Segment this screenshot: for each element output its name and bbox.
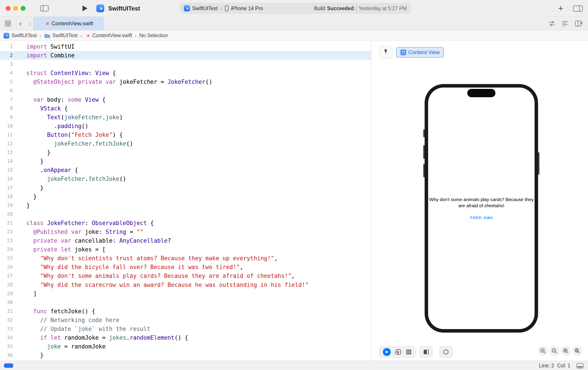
- debug-area-toggle-icon[interactable]: [576, 362, 585, 369]
- tab-contentview-swift[interactable]: ContentView.swift: [33, 17, 103, 30]
- code-line-20[interactable]: 20: [0, 210, 371, 219]
- xcode-window: SwiftUITest SwiftUITest › iPhone 14 Pro …: [0, 0, 588, 370]
- code-line-35[interactable]: 35 joke = randomJoke: [0, 342, 371, 351]
- variants-grid-icon[interactable]: [406, 349, 412, 355]
- breadcrumb-selection[interactable]: No Selection: [139, 32, 168, 39]
- code-line-25[interactable]: 25 "Why don't scientists trust atoms? Be…: [0, 254, 371, 263]
- fetch-joke-button[interactable]: Fetch Joke: [470, 215, 493, 220]
- code-review-icon[interactable]: [548, 20, 556, 27]
- chevron-right-icon: ›: [134, 33, 137, 39]
- build-status-separator: |: [356, 6, 357, 11]
- preview-canvas: Content View Why don't some animals play…: [371, 41, 588, 361]
- code-text: "Why don't scientists trust atoms? Becau…: [26, 254, 278, 263]
- dynamic-island: [467, 89, 495, 97]
- live-preview-play-icon[interactable]: [383, 348, 391, 356]
- scheme-selector[interactable]: SwiftUITest › iPhone 14 Pro Build Succee…: [180, 3, 411, 14]
- code-line-30[interactable]: 30: [0, 298, 371, 307]
- code-line-17[interactable]: 17 }: [0, 183, 371, 192]
- power-button: [538, 152, 539, 175]
- library-add-button[interactable]: +: [556, 3, 565, 13]
- close-window-button[interactable]: [6, 6, 10, 11]
- code-line-27[interactable]: 27 "Why don't some animals play cards? B…: [0, 271, 371, 280]
- code-text: "Why did the bicycle fall over? Because …: [26, 263, 243, 271]
- volume-up-button: [423, 145, 425, 159]
- code-line-16[interactable]: 16 jokeFetcher.fetchJoke(): [0, 174, 371, 183]
- breadcrumb-file[interactable]: ContentView.swift: [92, 32, 132, 39]
- line-number: 11: [0, 130, 13, 139]
- code-line-7[interactable]: 7 var body: some View {: [0, 95, 371, 104]
- preview-tab-content-view[interactable]: Content View: [396, 47, 444, 58]
- code-line-6[interactable]: 6: [0, 86, 371, 95]
- code-line-32[interactable]: 32 // Networking code here: [0, 316, 371, 325]
- selectable-mode-icon[interactable]: [395, 349, 401, 355]
- code-line-9[interactable]: 9 Text(jokeFetcher.joke): [0, 113, 371, 122]
- code-text: func fetchJoke() {: [26, 307, 95, 316]
- code-editor[interactable]: 1import SwiftUI2import Combine34struct C…: [0, 41, 371, 361]
- code-line-23[interactable]: 23 private var cancellable: AnyCancellab…: [0, 236, 371, 245]
- code-line-31[interactable]: 31 func fetchJoke() {: [0, 307, 371, 316]
- code-line-2[interactable]: 2import Combine: [0, 51, 371, 60]
- code-line-19[interactable]: 19}: [0, 201, 371, 210]
- color-scheme-button[interactable]: [439, 346, 453, 358]
- swift-file-icon: [44, 21, 50, 26]
- build-status[interactable]: Build Succeeded | Yesterday at 5:27 PM: [314, 6, 407, 11]
- code-text: }: [26, 157, 43, 166]
- preview-tab-label: Content View: [408, 49, 440, 55]
- code-line-11[interactable]: 11 Button("Fetch Joke") {: [0, 130, 371, 139]
- line-number: 10: [0, 122, 13, 130]
- code-line-13[interactable]: 13 }: [0, 148, 371, 157]
- run-button[interactable]: [81, 5, 88, 12]
- go-back-button[interactable]: ‹: [17, 18, 24, 29]
- line-number: 18: [0, 192, 13, 201]
- code-text: import SwiftUI: [26, 42, 74, 51]
- line-number: 21: [0, 219, 13, 227]
- code-text: .padding(): [26, 122, 88, 130]
- zoom-actual-size-button[interactable]: 1: [549, 346, 559, 356]
- code-line-34[interactable]: 34 if let randomJoke = jokes.randomEleme…: [0, 333, 371, 342]
- breadcrumb-group[interactable]: SwiftUITest: [52, 32, 78, 39]
- line-number: 33: [0, 325, 13, 333]
- code-line-8[interactable]: 8 VStack {: [0, 104, 371, 113]
- navigator-sidebar-toggle-icon[interactable]: [40, 5, 49, 12]
- code-line-29[interactable]: 29 ]: [0, 289, 371, 298]
- code-line-36[interactable]: 36 }: [0, 351, 371, 360]
- related-items-grid-icon[interactable]: [4, 20, 11, 27]
- line-number: 35: [0, 342, 13, 351]
- code-line-33[interactable]: 33 // Update `joke` with the result: [0, 325, 371, 333]
- line-number: 23: [0, 236, 13, 245]
- minimap-icon[interactable]: [561, 20, 569, 27]
- code-line-24[interactable]: 24 private let jokes = [: [0, 245, 371, 254]
- code-line-1[interactable]: 1import SwiftUI: [0, 42, 371, 51]
- code-line-22[interactable]: 22 @Published var joke: String = "": [0, 227, 371, 236]
- code-line-15[interactable]: 15 .onAppear {: [0, 166, 371, 174]
- go-forward-button[interactable]: ›: [26, 18, 33, 29]
- line-number: 9: [0, 113, 13, 122]
- editor-layout-icon[interactable]: [573, 5, 583, 12]
- code-line-10[interactable]: 10 .padding(): [0, 122, 371, 130]
- code-line-3[interactable]: 3: [0, 60, 371, 69]
- code-line-12[interactable]: 12 jokeFetcher.fetchJoke(): [0, 139, 371, 148]
- code-line-14[interactable]: 14 }: [0, 157, 371, 166]
- zoom-controls: 1: [538, 346, 582, 356]
- pin-preview-button[interactable]: [379, 46, 392, 58]
- code-line-5[interactable]: 5 @StateObject private var jokeFetcher =…: [0, 77, 371, 86]
- code-line-21[interactable]: 21class JokeFetcher: ObservableObject {: [0, 219, 371, 227]
- code-line-4[interactable]: 4struct ContentView: View {: [0, 69, 371, 77]
- minimize-window-button[interactable]: [13, 6, 18, 11]
- cursor-position: Line: 2 Col: 1: [539, 363, 570, 369]
- scheme-destination[interactable]: SwiftUITest › iPhone 14 Pro: [184, 5, 263, 11]
- code-text: ]: [26, 289, 37, 298]
- breadcrumb-project[interactable]: SwiftUITest: [11, 32, 37, 39]
- line-number: 32: [0, 316, 13, 325]
- zoom-out-button[interactable]: [538, 346, 548, 356]
- code-line-28[interactable]: 28 "Why did the scarecrow win an award? …: [0, 280, 371, 289]
- code-line-26[interactable]: 26 "Why did the bicycle fall over? Becau…: [0, 263, 371, 271]
- scheme-name[interactable]: SwiftUITest: [192, 6, 218, 11]
- run-destination-name[interactable]: iPhone 14 Pro: [231, 6, 263, 11]
- add-editor-icon[interactable]: [575, 20, 583, 27]
- zoom-fit-button[interactable]: [572, 346, 582, 356]
- zoom-in-button[interactable]: [561, 346, 571, 356]
- zoom-window-button[interactable]: [21, 6, 25, 11]
- device-settings-button[interactable]: [419, 346, 433, 358]
- code-line-18[interactable]: 18 }: [0, 192, 371, 201]
